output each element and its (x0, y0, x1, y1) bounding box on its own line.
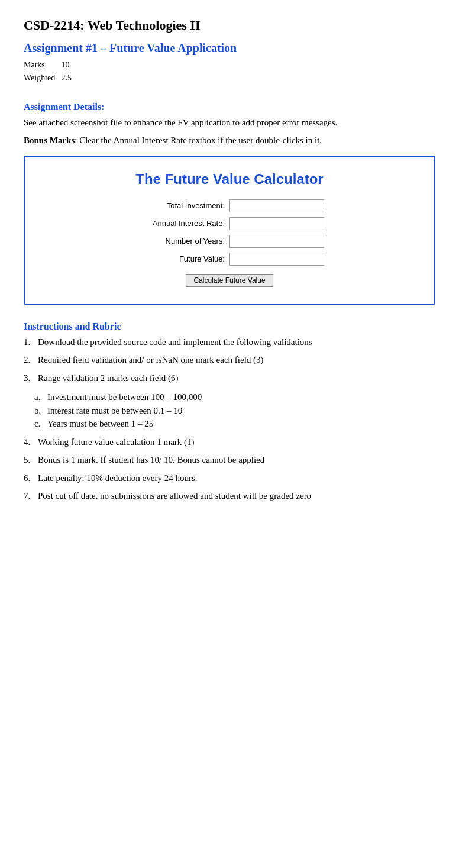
list-item-1: 1. Download the provided source code and… (24, 335, 435, 349)
list-item-7: 7. Post cut off date, no submissions are… (24, 489, 435, 503)
list-num-5: 5. (24, 453, 34, 467)
sub-text-3b: Interest rate must be between 0.1 – 10 (47, 404, 182, 418)
list-item-3: 3. Range validation 2 marks each field (… (24, 372, 435, 431)
future-value-row: Future Value: (43, 253, 416, 266)
number-of-years-input[interactable] (230, 235, 324, 248)
future-value-label: Future Value: (135, 254, 230, 263)
annual-interest-rate-row: Annual Interest Rate: (43, 217, 416, 230)
instructions-section: Instructions and Rubric 1. Download the … (24, 321, 435, 503)
list-num-4: 4. (24, 435, 34, 449)
bonus-bold-label: Bonus Marks (24, 135, 75, 145)
sub-text-3c: Years must be between 1 – 25 (47, 417, 153, 431)
number-of-years-row: Number of Years: (43, 235, 416, 248)
total-investment-input[interactable] (230, 199, 324, 212)
bonus-text: Bonus Marks: Clear the Annual Interest R… (24, 134, 435, 147)
assignment-details-heading: Assignment Details: (24, 102, 435, 112)
total-investment-label: Total Investment: (135, 201, 230, 210)
list-text-3: Range validation 2 marks each field (6) (38, 372, 178, 385)
list-item-4: 4. Working future value calculation 1 ma… (24, 435, 435, 449)
marks-row: Marks 10 (24, 59, 435, 72)
assignment-title: Assignment #1 – Future Value Application (24, 41, 435, 55)
calculator-box: The Future Value Calculator Total Invest… (24, 156, 435, 305)
sub-text-3a: Investment must be between 100 – 100,000 (47, 391, 202, 404)
list-item-6: 6. Late penalty: 10% deduction every 24 … (24, 472, 435, 485)
list-num-7: 7. (24, 489, 34, 503)
weighted-row: Weighted 2.5 (24, 72, 435, 85)
list-text-4: Working future value calculation 1 mark … (38, 435, 195, 449)
bonus-rest-text: : Clear the Annual Interest Rate textbox… (75, 135, 322, 145)
list-num-2: 2. (24, 353, 34, 367)
sub-item-3c: c. Years must be between 1 – 25 (24, 417, 435, 431)
number-of-years-label: Number of Years: (135, 237, 230, 246)
list-item-5: 5. Bonus is 1 mark. If student has 10/ 1… (24, 453, 435, 467)
list-num-6: 6. (24, 472, 34, 485)
instructions-list: 1. Download the provided source code and… (24, 335, 435, 503)
sub-label-3c: c. (34, 417, 44, 431)
calculate-button[interactable]: Calculate Future Value (186, 274, 273, 287)
marks-label: Marks (24, 59, 59, 72)
page-title: CSD-2214: Web Technologies II (24, 18, 435, 33)
list-num-3: 3. (24, 372, 34, 385)
total-investment-row: Total Investment: (43, 199, 416, 212)
annual-interest-rate-input[interactable] (230, 217, 324, 230)
weighted-value: 2.5 (62, 73, 72, 82)
list-text-2: Required field validation and/ or isNaN … (38, 353, 264, 367)
sub-item-3b: b. Interest rate must be between 0.1 – 1… (24, 404, 435, 418)
list-text-6: Late penalty: 10% deduction every 24 hou… (38, 472, 198, 485)
annual-interest-rate-label: Annual Interest Rate: (135, 219, 230, 228)
list-text-1: Download the provided source code and im… (38, 335, 312, 349)
weighted-label: Weighted (24, 72, 59, 85)
sub-list-3: a. Investment must be between 100 – 100,… (24, 391, 435, 431)
marks-value: 10 (62, 60, 70, 69)
list-text-7: Post cut off date, no submissions are al… (38, 489, 311, 503)
instructions-heading: Instructions and Rubric (24, 321, 435, 332)
calculator-title: The Future Value Calculator (43, 171, 416, 188)
sub-item-3a: a. Investment must be between 100 – 100,… (24, 391, 435, 404)
sub-label-3b: b. (34, 404, 44, 418)
list-item-2: 2. Required field validation and/ or isN… (24, 353, 435, 367)
list-num-1: 1. (24, 335, 34, 349)
future-value-input[interactable] (230, 253, 324, 266)
details-body: See attached screenshot file to enhance … (24, 116, 435, 130)
list-text-5: Bonus is 1 mark. If student has 10/ 10. … (38, 453, 264, 467)
sub-label-3a: a. (34, 391, 44, 404)
button-row: Calculate Future Value (43, 274, 416, 287)
